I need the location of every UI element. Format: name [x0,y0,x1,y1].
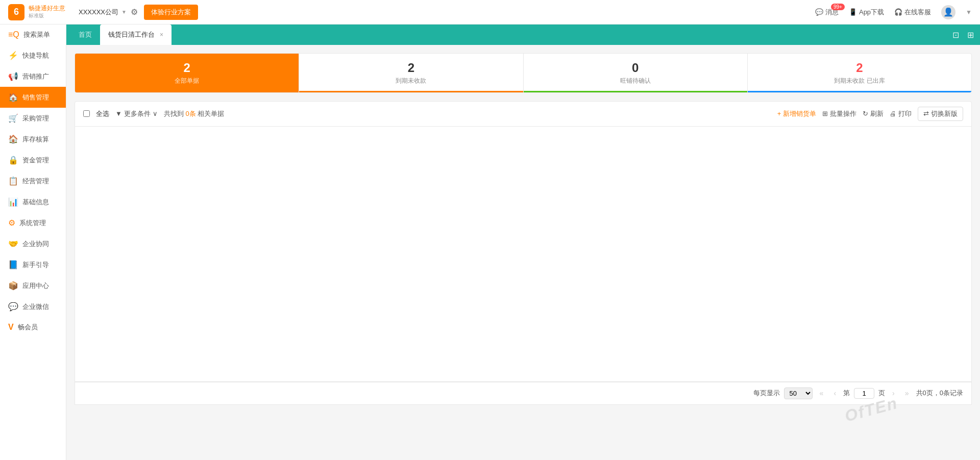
stat-label-overdue: 到期未收款 [309,77,512,85]
next-page-btn[interactable]: › [889,388,898,398]
inventory-icon: 🏠 [8,134,18,144]
messages-badge: 99+ [831,4,845,10]
stat-card-wangpu[interactable]: 0 旺铺待确认 [524,54,748,92]
stat-label-all: 全部单据 [85,77,288,85]
batch-btn[interactable]: ⊞ 批量操作 [822,109,856,118]
chevron-icon: ∨ [153,110,158,117]
add-sales-btn[interactable]: + 新增销货单 [777,109,816,118]
sidebar-item-quick-nav[interactable]: ⚡ 快捷导航 [0,45,66,66]
filter-btn[interactable]: ▼ 更多条件 ∨ [115,109,158,118]
service-icon: 🎧 [894,8,902,16]
main-content: 2 全部单据 2 到期未收款 0 旺铺待确认 2 到期未收款 已出库 全选 ▼ … [66,45,980,460]
system-icon: ⚙ [8,218,15,228]
sales-icon: 🏠 [8,92,18,102]
sidebar-item-system[interactable]: ⚙ 系统管理 [0,212,66,233]
app-version: 标准版 [29,12,65,19]
page-size-label: 每页显示 [753,389,780,398]
refresh-btn[interactable]: ↻ 刷新 [863,109,884,118]
total-info: 共0页，0条记录 [916,389,963,398]
operations-icon: 📋 [8,176,18,186]
sidebar-item-operations[interactable]: 📋 经营管理 [0,171,66,191]
page-number-input[interactable] [854,388,874,399]
sidebar-item-enterprise[interactable]: 🤝 企业协同 [0,233,66,254]
page-word: 第 [843,389,850,398]
sidebar-item-inventory[interactable]: 🏠 库存核算 [0,129,66,150]
page-label: 页 [878,389,885,398]
table-area [75,127,972,382]
finance-icon: 🔒 [8,155,18,165]
stat-number-all: 2 [85,61,288,76]
stat-number-wangpu: 0 [534,61,737,76]
sidebar-item-purchase[interactable]: 🛒 采购管理 [0,108,66,129]
toolbar: 全选 ▼ 更多条件 ∨ 共找到 0条 相关单据 + 新增销货单 ⊞ 批量操作 ↻… [75,101,972,127]
tab-bar: 首页 钱货日清工作台 × ⊡ ⊞ [66,25,980,45]
search-menu-icon: ≡Q [8,30,19,39]
sidebar-item-guide[interactable]: 📘 新手引导 [0,254,66,275]
sidebar-item-app-center[interactable]: 📦 应用中心 [0,275,66,296]
sidebar-item-member[interactable]: V 畅会员 [0,317,66,337]
base-info-icon: 📊 [8,197,18,207]
online-service-btn[interactable]: 🎧 在线客服 [894,8,931,17]
select-all-checkbox[interactable] [83,110,90,117]
marketing-icon: 📢 [8,71,18,81]
settings-icon[interactable]: ⚙ [131,7,138,17]
enterprise-icon: 🤝 [8,239,18,249]
sidebar-item-search-menu[interactable]: ≡Q 搜索菜单 [0,25,66,45]
wechat-icon: 💬 [8,302,18,311]
sidebar-item-wechat[interactable]: 💬 企业微信 [0,296,66,317]
tab-workbench[interactable]: 钱货日清工作台 × [100,25,172,45]
app-download-btn[interactable]: 📱 App下载 [849,8,884,17]
stat-label-wangpu: 旺铺待确认 [534,77,737,85]
experience-btn[interactable]: 体验行业方案 [144,5,198,20]
prev-page-btn[interactable]: ‹ [830,388,839,398]
filter-icon: ▼ [115,110,122,117]
message-icon: 💬 [815,8,823,16]
user-name[interactable]: ▼ [966,9,972,16]
stat-card-overdue[interactable]: 2 到期未收款 [299,54,523,92]
toolbar-left: 全选 ▼ 更多条件 ∨ 共找到 0条 相关单据 [83,109,224,118]
app-download-label: App下载 [859,8,884,17]
header-right: 💬 消息 99+ 📱 App下载 🎧 在线客服 👤 ▼ [815,5,972,19]
select-all-label: 全选 [96,109,109,118]
app-header: 6 畅捷通好生意 标准版 XXXXXX公司 ▼ ⚙ 体验行业方案 💬 消息 99… [0,0,980,25]
tab-actions: ⊡ ⊞ [950,28,976,42]
stat-number-shipped: 2 [758,61,961,76]
company-selector[interactable]: XXXXXX公司 ▼ [79,8,127,17]
switch-version-btn[interactable]: ⇄ 切换新版 [918,107,963,121]
tab-minimize-btn[interactable]: ⊡ [950,28,961,42]
app-center-icon: 📦 [8,281,18,290]
tab-close-btn[interactable]: × [160,31,163,38]
chevron-down-icon: ▼ [121,9,127,15]
print-icon: 🖨 [890,110,896,117]
print-btn[interactable]: 🖨 打印 [890,109,912,118]
stat-label-shipped: 到期未收款 已出库 [758,77,961,85]
guide-icon: 📘 [8,260,18,270]
logo-icon: 6 [8,4,24,20]
avatar[interactable]: 👤 [941,5,955,19]
quick-nav-icon: ⚡ [8,51,18,60]
tab-expand-btn[interactable]: ⊞ [965,28,976,42]
page-size-select[interactable]: 50 100 200 [784,388,813,399]
found-text: 共找到 0条 相关单据 [164,109,224,118]
purchase-icon: 🛒 [8,113,18,123]
pagination: 每页显示 50 100 200 « ‹ 第 页 › » 共0页，0条记录 [75,382,972,405]
download-icon: 📱 [849,8,857,16]
refresh-icon: ↻ [863,110,868,117]
found-count: 0条 [186,110,196,117]
stat-card-shipped[interactable]: 2 到期未收款 已出库 [748,54,971,92]
sidebar-item-base-info[interactable]: 📊 基础信息 [0,191,66,212]
stats-row: 2 全部单据 2 到期未收款 0 旺铺待确认 2 到期未收款 已出库 [75,53,972,93]
toolbar-right: + 新增销货单 ⊞ 批量操作 ↻ 刷新 🖨 打印 ⇄ 切换新版 [777,107,963,121]
messages-btn[interactable]: 💬 消息 99+ [815,8,839,17]
tab-home[interactable]: 首页 [70,25,100,45]
sidebar: ≡Q 搜索菜单 ⚡ 快捷导航 📢 营销推广 🏠 销售管理 🛒 采购管理 🏠 库存… [0,25,66,460]
last-page-btn[interactable]: » [902,388,912,398]
switch-icon: ⇄ [923,110,929,117]
sidebar-item-sales[interactable]: 🏠 销售管理 [0,87,66,108]
sidebar-item-finance[interactable]: 🔒 资金管理 [0,150,66,171]
stat-card-all[interactable]: 2 全部单据 [75,54,299,92]
sidebar-item-marketing[interactable]: 📢 营销推广 [0,66,66,87]
first-page-btn[interactable]: « [817,388,827,398]
company-name: XXXXXX公司 [79,8,118,17]
batch-icon: ⊞ [822,110,828,117]
